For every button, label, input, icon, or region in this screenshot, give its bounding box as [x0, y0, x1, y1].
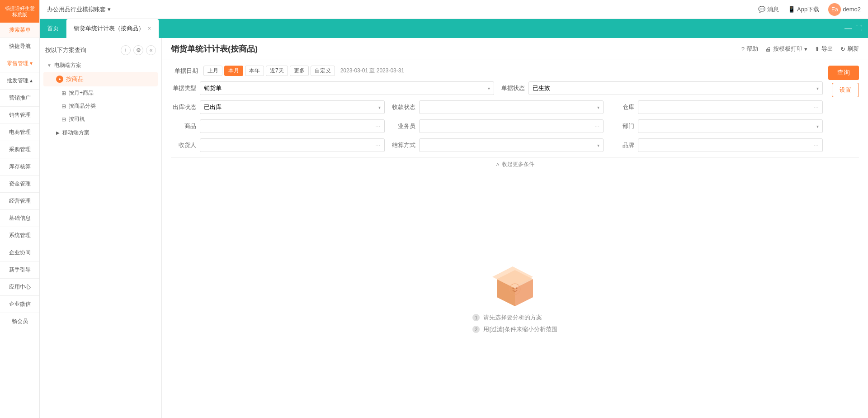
date-btn-custom[interactable]: 自定义	[311, 66, 335, 76]
warehouse-input[interactable]: ···	[638, 100, 823, 114]
message-btn[interactable]: 💬 消息	[758, 5, 779, 14]
warehouse-dots-icon: ···	[813, 104, 819, 111]
help-btn[interactable]: ? 帮助	[741, 45, 758, 53]
desktop-group-header[interactable]: ▼ 电脑端方案	[43, 59, 158, 72]
warehouse-filter: 仓库 ···	[609, 100, 823, 114]
sidebar-item-finance[interactable]: 资金管理	[0, 176, 39, 193]
date-btn-last-month[interactable]: 上月	[203, 66, 222, 76]
tree-item-by-month-goods[interactable]: ⊞ 按月+商品	[43, 86, 158, 100]
tab-minimize-icon[interactable]: —	[844, 24, 852, 33]
phone-icon: 📱	[788, 6, 795, 13]
refresh-btn[interactable]: ↻ 刷新	[840, 45, 859, 53]
settings-scheme-btn[interactable]: ⚙	[133, 45, 143, 55]
print-btn[interactable]: 🖨 按模板打印 ▾	[765, 45, 807, 53]
sidebar-item-operation[interactable]: 经营管理	[0, 193, 39, 210]
hint-num-2: 2	[472, 326, 480, 333]
receiver-input[interactable]: ···	[200, 138, 385, 152]
sidebar-item-basic[interactable]: 基础信息	[0, 210, 39, 227]
out-status-select[interactable]: 已出库 ▾	[200, 100, 385, 114]
sidebar-item-member[interactable]: 畅会员	[0, 313, 39, 330]
payment-method-label: 结算方式	[390, 141, 415, 149]
brand-label: 品牌	[609, 141, 634, 149]
sidebar-item-inventory[interactable]: 库存核算	[0, 158, 39, 176]
help-icon: ?	[741, 46, 745, 52]
sidebar-item-collab[interactable]: 企业协同	[0, 244, 39, 261]
sidebar-item-purchase[interactable]: 采购管理	[0, 141, 39, 158]
sidebar-item-ecommerce[interactable]: 电商管理	[0, 124, 39, 141]
salesperson-label: 业务员	[390, 122, 415, 130]
doc-type-select[interactable]: 销货单 ▾	[200, 81, 494, 95]
goods-input[interactable]: ···	[200, 119, 385, 133]
sidebar-item-newbie[interactable]: 新手引导	[0, 261, 39, 279]
setting-btn[interactable]: 设置	[832, 83, 859, 97]
message-icon: 💬	[758, 6, 765, 13]
tree-item-by-category[interactable]: ⊟ 按商品分类	[43, 100, 158, 113]
page-title: 销货单统计计表(按商品)	[171, 43, 258, 54]
tree-item-by-goods[interactable]: ● 按商品	[43, 72, 158, 86]
industry-dropdown[interactable]: 办公用品行业模拟账套 ▾	[47, 5, 111, 14]
empty-hints: 1 请先选择要分析的方案 2 用[过滤]条件来缩小分析范围	[472, 314, 557, 333]
tab-home[interactable]: 首页	[40, 19, 66, 38]
tab-close-icon[interactable]: ×	[148, 25, 151, 32]
add-scheme-btn[interactable]: +	[121, 45, 131, 55]
date-label: 单据日期	[171, 67, 198, 75]
dept-label: 部门	[609, 122, 634, 130]
tab-sales-stats[interactable]: 销货单统计计表（按商品） ×	[66, 19, 159, 38]
out-status-filter: 出库状态 已出库 ▾	[171, 100, 385, 114]
date-btn-last7[interactable]: 近7天	[266, 66, 288, 76]
sidebar-logo: 畅捷通好生意 标质版	[0, 0, 40, 23]
sidebar-item-wholesale[interactable]: 批发管理 ▴	[0, 72, 39, 90]
payment-status-select[interactable]: ▾	[419, 100, 604, 114]
brand-input[interactable]: ···	[638, 138, 823, 152]
dept-select[interactable]: ▾	[638, 119, 823, 133]
salesperson-dots-icon: ···	[594, 123, 600, 130]
top-bar-industry: 办公用品行业模拟账套 ▾	[47, 5, 111, 14]
salesperson-input[interactable]: ···	[419, 119, 604, 133]
sidebar-search[interactable]: 搜索菜单	[0, 23, 39, 38]
payment-method-filter: 结算方式 ▾	[390, 138, 604, 152]
sidebar-item-appstore[interactable]: 应用中心	[0, 279, 39, 296]
sidebar-logo-text: 畅捷通好生意 标质版	[5, 5, 35, 18]
category-icon: ⊟	[61, 103, 66, 109]
search-btn[interactable]: 查询	[828, 66, 859, 80]
page-header: 销货单统计计表(按商品) ? 帮助 🖨 按模板打印 ▾ ⬆	[162, 38, 868, 60]
filter-btn-col: 查询 设置	[828, 66, 859, 97]
filter-area: 单据日期 上月 本月 本年 近7天 更多 自定义 20	[162, 60, 868, 176]
sidebar-item-wechat[interactable]: 企业微信	[0, 296, 39, 313]
page-actions: ? 帮助 🖨 按模板打印 ▾ ⬆ 导出 ↻	[741, 45, 859, 53]
print-icon: 🖨	[765, 46, 771, 52]
doc-type-label: 单据类型	[171, 84, 196, 92]
user-menu[interactable]: Ea demo2	[828, 3, 861, 16]
month-goods-icon: ⊞	[61, 90, 66, 96]
receiver-dots-icon: ···	[375, 142, 381, 149]
payment-method-select[interactable]: ▾	[419, 138, 604, 152]
mobile-group-header[interactable]: ▶ 移动端方案	[43, 126, 158, 140]
collapse-bar[interactable]: ∧ 收起更多条件	[171, 157, 859, 171]
date-btn-more[interactable]: 更多	[290, 66, 309, 76]
date-btn-this-year[interactable]: 本年	[245, 66, 264, 76]
right-panel: 销货单统计计表(按商品) ? 帮助 🖨 按模板打印 ▾ ⬆	[162, 38, 868, 418]
goods-filter: 商品 ···	[171, 119, 385, 133]
date-btn-this-month[interactable]: 本月	[224, 66, 243, 76]
export-btn[interactable]: ⬆ 导出	[815, 45, 833, 53]
left-panel-header: 按以下方案查询 + ⚙ «	[40, 42, 161, 59]
doc-type-arrow-icon: ▾	[488, 86, 490, 91]
app-download-btn[interactable]: 📱 App下载	[788, 5, 819, 14]
sidebar-item-marketing[interactable]: 营销推广	[0, 90, 39, 107]
sidebar-item-sales[interactable]: 销售管理	[0, 107, 39, 124]
sidebar-item-retail[interactable]: 零售管理 ▾	[0, 55, 39, 72]
sidebar-quick-nav[interactable]: 快捷导航	[0, 38, 39, 55]
collapse-panel-btn[interactable]: «	[146, 45, 156, 55]
dept-filter: 部门 ▾	[609, 119, 823, 133]
receiver-label: 收货人	[171, 141, 196, 149]
doc-status-select[interactable]: 已生效 ▾	[528, 81, 823, 95]
sidebar-item-system[interactable]: 系统管理	[0, 227, 39, 244]
top-bar-right: 💬 消息 📱 App下载 Ea demo2	[758, 3, 861, 16]
tab-fullscreen-icon[interactable]: ⛶	[855, 24, 863, 33]
tab-bar: 首页 销货单统计计表（按商品） × — ⛶	[40, 19, 868, 38]
payment-status-arrow-icon: ▾	[597, 105, 599, 110]
mobile-group: ▶ 移动端方案	[40, 126, 161, 140]
brand-dots-icon: ···	[813, 142, 819, 149]
tree-item-by-driver[interactable]: ⊟ 按司机	[43, 113, 158, 126]
date-buttons: 上月 本月 本年 近7天 更多 自定义	[203, 66, 335, 76]
